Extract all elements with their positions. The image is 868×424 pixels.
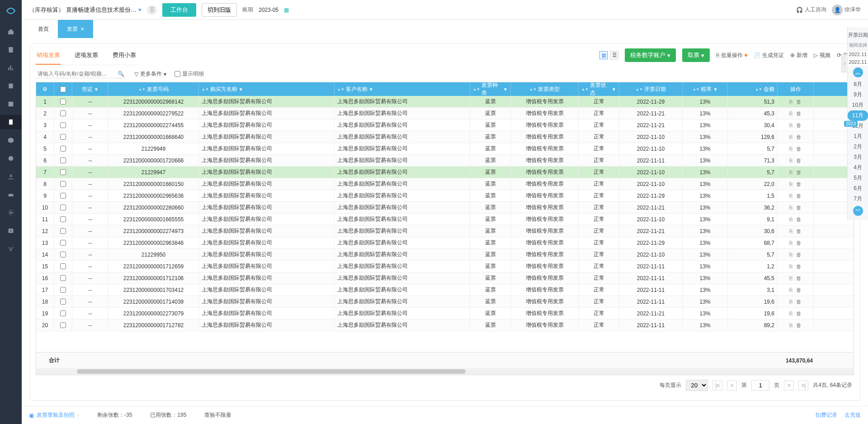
detail-icon[interactable]: ⎘ [789, 193, 793, 199]
cell-checkbox[interactable] [54, 119, 72, 131]
month-option[interactable]: 2月 [848, 142, 868, 152]
nav-hand-icon[interactable] [0, 151, 22, 166]
switch-old-button[interactable]: 切到旧版 [202, 3, 237, 17]
table-row[interactable]: 2--22312000000002279522上海思多励国际贸易有限公司上海思多… [36, 108, 854, 119]
table-row[interactable]: 19--22312000000002273079上海思多励国际贸易有限公司上海思… [36, 308, 854, 319]
first-page-button[interactable]: |< [712, 381, 722, 391]
table-row[interactable]: 4--22312000000001668640上海思多励国际贸易有限公司上海思多… [36, 131, 854, 143]
detail-icon[interactable]: ⎘ [789, 322, 793, 329]
detail-icon[interactable]: ⎘ [789, 275, 793, 281]
deduct-log-link[interactable]: 扣费记录 [816, 411, 837, 419]
nav-home-icon[interactable] [0, 24, 22, 39]
cell-checkbox[interactable] [54, 202, 72, 213]
delete-icon[interactable]: 🗑 [796, 122, 802, 129]
delete-icon[interactable]: 🗑 [796, 157, 802, 164]
table-row[interactable]: 5--21229949上海思多励国际贸易有限公司上海思多励国际贸易有限公司蓝票增… [36, 143, 854, 155]
detail-icon[interactable]: ⎘ [789, 99, 793, 105]
cell-checkbox[interactable] [54, 237, 72, 248]
delete-icon[interactable]: 🗑 [796, 216, 802, 223]
delete-icon[interactable]: 🗑 [796, 193, 802, 199]
cell-checkbox[interactable] [54, 167, 72, 178]
detail-icon[interactable]: ⎘ [789, 252, 793, 258]
delete-icon[interactable]: 🗑 [796, 310, 802, 317]
th-date[interactable]: ▲▼开票日期 [619, 82, 683, 96]
month-option[interactable]: 3月 [848, 152, 868, 162]
table-row[interactable]: 15--22312000000001712659上海思多励国际贸易有限公司上海思… [36, 261, 854, 272]
th-kind[interactable]: ▲▼发票种类▼ [470, 82, 511, 96]
cell-checkbox[interactable] [54, 284, 72, 295]
table-row[interactable]: 13--22312000000002963846上海思多励国际贸易有限公司上海思… [36, 237, 854, 249]
detail-icon[interactable]: ⎘ [789, 169, 793, 176]
month-option[interactable]: 6月 [848, 183, 868, 194]
delete-icon[interactable]: 🗑 [796, 169, 802, 176]
table-row[interactable]: 8--22312000000001660150上海思多励国际贸易有限公司上海思多… [36, 178, 854, 190]
table-row[interactable]: 11--22312000000001665555上海思多励国际贸易有限公司上海思… [36, 214, 854, 225]
th-gear[interactable]: ⚙ [36, 82, 54, 96]
cell-checkbox[interactable] [54, 178, 72, 190]
prev-page-button[interactable]: < [727, 381, 737, 391]
fetch-invoice-button[interactable]: 取票 ▾ [682, 48, 710, 62]
cell-checkbox[interactable] [54, 108, 72, 119]
verify-link[interactable]: ▣发票查验及拍照› [29, 411, 79, 419]
delete-icon[interactable]: 🗑 [796, 263, 802, 270]
cell-checkbox[interactable] [54, 261, 72, 272]
delete-icon[interactable]: 🗑 [796, 181, 802, 187]
table-row[interactable]: 1--22312000000002968142上海思多励国际贸易有限公司上海思多… [36, 96, 854, 108]
delete-icon[interactable]: 🗑 [796, 228, 802, 234]
th-status[interactable]: ▲▼发票状态▼ [579, 82, 619, 96]
nav-chart-icon[interactable] [0, 61, 22, 75]
detail-icon[interactable]: ⎘ [789, 157, 793, 164]
tab-home[interactable]: 首页 [29, 20, 58, 38]
nav-download-icon[interactable] [0, 169, 22, 184]
filter-icon[interactable]: ▼ [94, 87, 99, 92]
detail-icon[interactable]: ⎘ [789, 240, 793, 246]
delete-icon[interactable]: 🗑 [796, 287, 802, 293]
nav-gear-icon[interactable] [0, 205, 22, 220]
show-detail-checkbox[interactable]: 显示明细 [175, 70, 204, 78]
table-row[interactable]: 3--22312000000002274455上海思多励国际贸易有限公司上海思多… [36, 119, 854, 131]
cell-checkbox[interactable] [54, 225, 72, 237]
grid-view-icon[interactable]: ▦ [599, 51, 608, 59]
tab-invoice[interactable]: 发票× [58, 20, 93, 38]
detail-icon[interactable]: ⎘ [789, 299, 793, 305]
th-amount[interactable]: ▲▼金额 [728, 82, 778, 96]
recharge-link[interactable]: 去充值 [844, 411, 861, 419]
nav-report-icon[interactable] [0, 97, 22, 111]
th-customer[interactable]: ▲▼客户名称▼ [335, 82, 470, 96]
detail-icon[interactable]: ⎘ [789, 110, 793, 117]
th-type[interactable]: ▲▼发票类型 [511, 82, 579, 96]
video-button[interactable]: ▷视频 [814, 52, 830, 59]
cell-checkbox[interactable] [54, 131, 72, 143]
nav-play-icon[interactable] [0, 224, 22, 238]
detail-icon[interactable]: ⎘ [789, 146, 793, 152]
cell-checkbox[interactable] [54, 296, 72, 307]
month-option[interactable]: 8月 [848, 79, 868, 90]
table-row[interactable]: 16--22312000000001712106上海思多励国际贸易有限公司上海思… [36, 272, 854, 284]
nav-tray-icon[interactable] [0, 187, 22, 202]
nav-box-icon[interactable] [0, 133, 22, 148]
detail-icon[interactable]: ⎘ [789, 122, 793, 129]
cell-checkbox[interactable] [54, 319, 72, 331]
workbench-button[interactable]: 工作台 [162, 3, 196, 17]
cell-checkbox[interactable] [54, 190, 72, 201]
delete-icon[interactable]: 🗑 [796, 299, 802, 305]
th-rate[interactable]: ▲▼税率▼ [683, 82, 728, 96]
table-row[interactable]: 20--22312000000001712782上海思多励国际贸易有限公司上海思… [36, 319, 854, 331]
table-row[interactable]: 9--22312000000002965636上海思多励国际贸易有限公司上海思多… [36, 190, 854, 202]
detail-icon[interactable]: ⎘ [789, 216, 793, 223]
view-toggle[interactable]: ▦☰ [599, 51, 618, 59]
per-page-select[interactable]: 20 [686, 380, 708, 391]
tax-account-button[interactable]: 税务数字账户 ▾ [625, 48, 676, 62]
nav-invoice-icon[interactable] [0, 115, 22, 129]
table-row[interactable]: 7--21229947上海思多励国际贸易有限公司上海思多励国际贸易有限公司蓝票增… [36, 167, 854, 178]
document-icon[interactable]: ☰ [147, 5, 157, 15]
gen-voucher-button[interactable]: 📄生成凭证 [754, 52, 784, 59]
month-option[interactable]: 4月 [848, 162, 868, 173]
delete-icon[interactable]: 🗑 [796, 146, 802, 152]
sub-tab-expense[interactable]: 费用小票 [112, 48, 137, 65]
month-option[interactable]: 10月 [848, 100, 868, 110]
calendar-icon[interactable]: ▦ [284, 7, 289, 13]
delete-icon[interactable]: 🗑 [796, 134, 802, 140]
delete-icon[interactable]: 🗑 [796, 322, 802, 329]
month-option[interactable]: 1月 [848, 131, 868, 142]
